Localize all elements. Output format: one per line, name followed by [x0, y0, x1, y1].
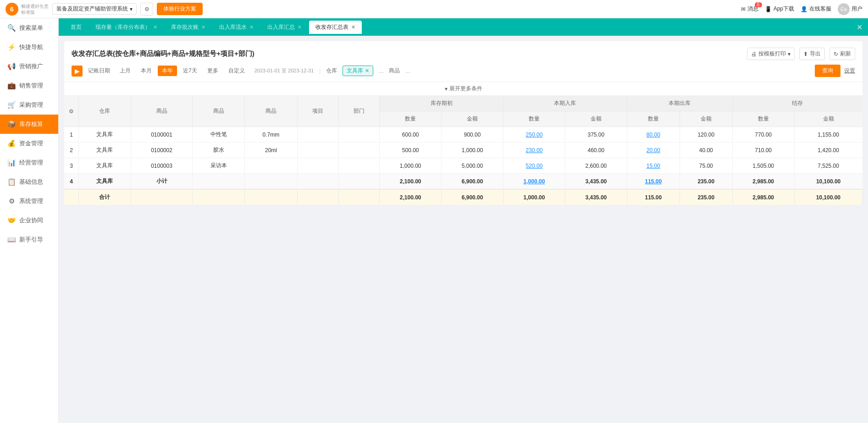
- app-download-item[interactable]: 📱 App下载: [765, 5, 794, 13]
- sidebar-item-search[interactable]: 🔍 搜索菜单: [0, 18, 58, 38]
- sidebar-item-inventory[interactable]: 📦 库存核算: [0, 115, 58, 134]
- sidebar-item-system[interactable]: ⚙ 系统管理: [0, 192, 58, 211]
- row3-in-qty[interactable]: 520.00: [503, 158, 565, 174]
- row1-out-qty[interactable]: 80.00: [627, 127, 680, 143]
- logo-text: 畅捷通好生意 标准版: [21, 3, 49, 15]
- date-btn-7days[interactable]: 近7天: [179, 66, 201, 76]
- subtotal-index: 4: [64, 174, 79, 190]
- tab-batch-account[interactable]: 库存批次账 ✕: [165, 21, 212, 34]
- expand-label: 展开更多条件: [449, 85, 482, 93]
- user-label: 用户: [851, 5, 862, 13]
- message-icon: ✉: [741, 6, 746, 12]
- sidebar-item-quicknav[interactable]: ⚡ 快捷导航: [0, 38, 58, 57]
- tab-receive-send-summary[interactable]: 收发存汇总表 ✕: [309, 21, 362, 34]
- sidebar-item-marketing[interactable]: 📢 营销推广: [0, 57, 58, 76]
- row2-warehouse: 文具库: [79, 143, 131, 158]
- user-item[interactable]: Ea 用户: [838, 3, 862, 15]
- th-closing-qty: 数量: [732, 111, 794, 127]
- row1-in-qty[interactable]: 250.00: [503, 127, 565, 143]
- warehouse-tag-close[interactable]: ✕: [365, 68, 369, 74]
- tab-close-inout-flow[interactable]: ✕: [249, 24, 254, 30]
- tab-stock-distribution[interactable]: 现存量（库存分布表） ✕: [89, 21, 164, 34]
- sidebar-item-sales[interactable]: 💼 销售管理: [0, 76, 58, 95]
- sidebar-label-basicinfo: 基础信息: [19, 178, 43, 186]
- gear-button[interactable]: ⚙: [140, 3, 153, 16]
- top-bar-right: ✉ 消息 6 📱 App下载 👤 在线客服 Ea 用户: [741, 3, 862, 15]
- brand-name: 畅捷通好生意: [21, 3, 49, 9]
- sidebar-item-cooperation[interactable]: 🤝 企业协同: [0, 211, 58, 230]
- date-btn-last-month[interactable]: 上月: [116, 66, 135, 76]
- tab-close-stock-distribution[interactable]: ✕: [153, 24, 157, 30]
- messages-badge: 6: [755, 2, 762, 7]
- tab-close-receive-send-summary[interactable]: ✕: [351, 24, 355, 30]
- total-empty3: [193, 189, 245, 205]
- marketing-icon: 📢: [7, 62, 16, 71]
- row2-in-qty[interactable]: 230.00: [503, 143, 565, 158]
- print-button[interactable]: 🖨 按模板打印 ▾: [747, 48, 795, 60]
- row2-dept: [338, 143, 380, 158]
- filter-row: ▶ 记账日期 上月 本月 本年 近7天 更多 自定义 2023-01-01 至 …: [64, 60, 862, 82]
- online-service-label: 在线客服: [809, 5, 831, 13]
- date-btn-custom[interactable]: 自定义: [224, 66, 249, 76]
- tab-inout-summary[interactable]: 出入库汇总 ✕: [261, 21, 308, 34]
- warehouse-more-dots[interactable]: ...: [379, 68, 383, 74]
- row3-project: [297, 158, 338, 174]
- sidebar-item-operations[interactable]: 📊 经营管理: [0, 153, 58, 172]
- tab-inout-flow[interactable]: 出入库流水 ✕: [213, 21, 260, 34]
- date-btn-this-year[interactable]: 本年: [158, 66, 177, 76]
- table-container: ⚙ 仓库 商品 商品 商品 项目 部门 库存期初 本期入库 本期出库 结存: [64, 96, 862, 205]
- online-service-item[interactable]: 👤 在线客服: [801, 5, 831, 13]
- total-empty6: [338, 189, 380, 205]
- chevron-down-icon: ▾: [130, 6, 133, 12]
- filter-expand-btn[interactable]: ▶: [72, 66, 83, 77]
- query-button[interactable]: 查询: [815, 65, 840, 77]
- tab-close-batch-account[interactable]: ✕: [201, 24, 205, 30]
- total-opening-qty: 2,100.00: [380, 189, 442, 205]
- subtotal-empty4: [338, 174, 380, 190]
- settings-link[interactable]: 设置: [844, 67, 855, 75]
- print-icon: 🖨: [751, 51, 757, 57]
- row2-project: [297, 143, 338, 158]
- page-content: 收发存汇总表(按仓库+商品编码+商品+规格型号+项目+部门) 🖨 按模板打印 ▾…: [59, 36, 868, 423]
- subtotal-warehouse: 文具库: [79, 174, 131, 190]
- row2-out-qty[interactable]: 20.00: [627, 143, 680, 158]
- table-row: 3 文具库 0100003 采访本 1,000.00 5,000.00 520.…: [64, 158, 862, 174]
- total-opening-amt: 6,900.00: [442, 189, 503, 205]
- sidebar-item-finance[interactable]: 💰 资金管理: [0, 134, 58, 153]
- expand-more-btn[interactable]: ▾ 展开更多条件: [445, 85, 482, 93]
- date-btn-more[interactable]: 更多: [203, 66, 222, 76]
- subtotal-empty3: [297, 174, 338, 190]
- sidebar-label-quicknav: 快捷导航: [19, 43, 43, 51]
- table-header-group-row: ⚙ 仓库 商品 商品 商品 项目 部门 库存期初 本期入库 本期出库 结存: [64, 96, 862, 111]
- system-selector[interactable]: 装备及固定资产辅助管理系统 ▾: [52, 3, 137, 15]
- th-closing-amt: 金额: [794, 111, 862, 127]
- sidebar-item-purchase[interactable]: 🛒 采购管理: [0, 95, 58, 115]
- row3-out-amt: 75.00: [680, 158, 732, 174]
- row1-project: [297, 127, 338, 143]
- subtotal-in-qty[interactable]: 1,000.00: [503, 174, 565, 190]
- row2-spec: 20ml: [245, 143, 298, 158]
- refresh-button[interactable]: ↻ 刷新: [829, 48, 855, 60]
- basicinfo-icon: 📋: [7, 178, 16, 186]
- row1-dept: [338, 127, 380, 143]
- trial-button[interactable]: 体验行业方案: [157, 3, 203, 15]
- row2-opening-amt: 1,000.00: [442, 143, 503, 158]
- purchase-icon: 🛒: [7, 101, 16, 109]
- goods-more-dots[interactable]: ...: [405, 68, 410, 74]
- row1-closing-amt: 1,155.00: [794, 127, 862, 143]
- subtotal-out-qty[interactable]: 115.00: [627, 174, 680, 190]
- sidebar-item-basic-info[interactable]: 📋 基础信息: [0, 172, 58, 192]
- export-button[interactable]: ⬆ 导出: [799, 48, 825, 60]
- date-btn-this-month[interactable]: 本月: [137, 66, 156, 76]
- main-card: 收发存汇总表(按仓库+商品编码+商品+规格型号+项目+部门) 🖨 按模板打印 ▾…: [64, 41, 862, 205]
- tab-home[interactable]: 首页: [64, 21, 88, 34]
- row3-out-qty[interactable]: 15.00: [627, 158, 680, 174]
- cooperation-icon: 🤝: [7, 216, 16, 225]
- sidebar-label-sales: 销售管理: [19, 82, 43, 90]
- tab-close-inout-summary[interactable]: ✕: [298, 24, 302, 30]
- tab-inout-summary-label: 出入库汇总: [267, 23, 295, 31]
- tab-bar-close-btn[interactable]: ✕: [857, 23, 862, 32]
- messages-item[interactable]: ✉ 消息 6: [741, 5, 758, 13]
- row3-warehouse: 文具库: [79, 158, 131, 174]
- sidebar-item-guide[interactable]: 📖 新手引导: [0, 230, 58, 249]
